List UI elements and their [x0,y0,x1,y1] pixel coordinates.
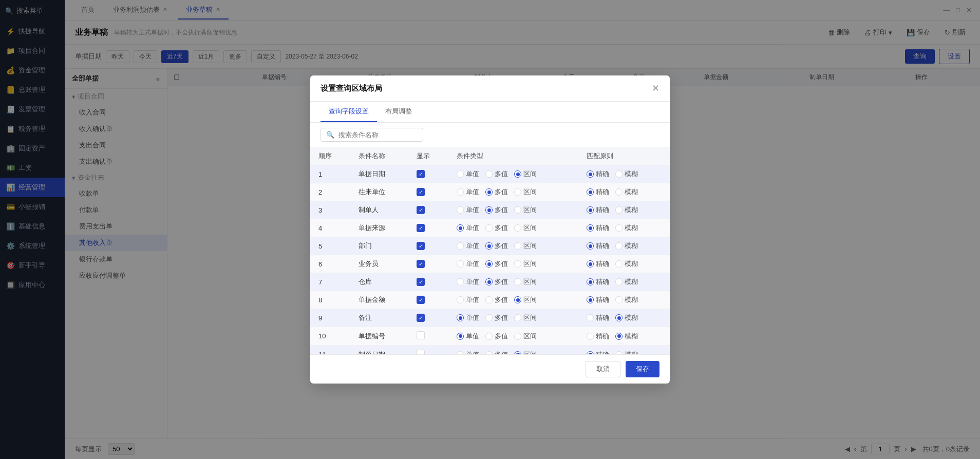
condition-radio-item[interactable]: 单值 [457,313,479,322]
modal-tab-fields[interactable]: 查询字段设置 [321,102,377,122]
search-condition-input[interactable] [338,131,418,139]
radio-circle [587,224,594,232]
condition-radio-item[interactable]: 多值 [485,313,508,322]
condition-radio-item[interactable]: 区间 [514,313,537,322]
row-order: 9 [310,309,350,327]
row-show-checkbox[interactable] [408,291,448,309]
match-radio-item[interactable]: 精确 [587,223,609,233]
condition-radio-item[interactable]: 单值 [457,277,479,286]
condition-radio-item[interactable]: 单值 [457,169,479,179]
condition-radio-item[interactable]: 多值 [485,350,508,355]
row-show-checkbox[interactable] [408,183,448,201]
match-radio-item[interactable]: 模糊 [615,332,638,341]
match-radio-item[interactable]: 精确 [587,205,609,215]
radio-circle [457,224,464,232]
row-show-checkbox[interactable] [408,165,448,183]
radio-circle [615,260,623,267]
condition-radio-item[interactable]: 区间 [514,187,537,197]
modal-close-button[interactable]: ✕ [652,83,659,94]
condition-radio-item[interactable]: 单值 [457,259,479,269]
match-radio-item[interactable]: 模糊 [615,295,638,304]
show-checkbox[interactable] [417,224,425,232]
match-radio-item[interactable]: 精确 [587,277,609,286]
modal-tab-layout[interactable]: 布局调整 [377,102,420,122]
match-radio-item[interactable]: 精确 [587,295,609,304]
condition-radio-item[interactable]: 多值 [485,169,508,179]
show-checkbox[interactable] [417,206,425,214]
row-show-checkbox[interactable] [408,273,448,291]
condition-radio-item[interactable]: 多值 [485,295,508,304]
th-show: 显示 [408,147,448,165]
match-radio-item[interactable]: 模糊 [615,241,638,251]
row-match-principle: 精确模糊 [578,165,670,183]
condition-radio-item[interactable]: 单值 [457,223,479,233]
modal-overlay: 设置查询区域布局 ✕ 查询字段设置 布局调整 🔍 顺序 [0,0,980,459]
row-condition-type: 单值多值区间 [448,273,578,291]
condition-radio-item[interactable]: 区间 [514,241,537,251]
condition-radio-item[interactable]: 单值 [457,295,479,304]
match-radio-item[interactable]: 精确 [587,259,609,269]
condition-radio-item[interactable]: 单值 [457,350,479,355]
match-radio-item[interactable]: 精确 [587,241,609,251]
match-radio-item[interactable]: 精确 [587,313,609,322]
radio-circle [485,314,493,321]
show-checkbox[interactable] [417,314,425,322]
row-condition-name: 备注 [350,309,408,327]
row-show-checkbox[interactable] [408,201,448,219]
match-radio-item[interactable]: 模糊 [615,187,638,197]
radio-circle [587,333,594,340]
condition-radio-item[interactable]: 区间 [514,277,537,286]
condition-radio-item[interactable]: 单值 [457,332,479,341]
condition-radio-item[interactable]: 多值 [485,187,508,197]
row-show-checkbox[interactable] [408,255,448,273]
condition-radio-item[interactable]: 区间 [514,223,537,233]
condition-radio-item[interactable]: 多值 [485,277,508,286]
show-checkbox[interactable] [417,188,425,196]
match-radio-item[interactable]: 模糊 [615,169,638,179]
match-radio-item[interactable]: 精确 [587,169,609,179]
show-checkbox[interactable] [417,331,425,339]
condition-radio-item[interactable]: 单值 [457,241,479,251]
condition-radio-item[interactable]: 单值 [457,205,479,215]
match-radio-item[interactable]: 模糊 [615,205,638,215]
row-show-checkbox[interactable] [408,309,448,327]
condition-radio-item[interactable]: 多值 [485,205,508,215]
show-checkbox[interactable] [417,350,425,354]
show-checkbox[interactable] [417,260,425,268]
match-radio-item[interactable]: 模糊 [615,277,638,286]
condition-radio-item[interactable]: 多值 [485,241,508,251]
match-radio-item[interactable]: 精确 [587,187,609,197]
condition-radio-item[interactable]: 区间 [514,259,537,269]
save-modal-button[interactable]: 保存 [626,361,659,377]
match-radio-item[interactable]: 模糊 [615,350,638,355]
radio-circle [587,296,594,303]
condition-radio-item[interactable]: 多值 [485,223,508,233]
radio-circle [514,260,521,267]
row-show-checkbox[interactable] [408,346,448,355]
condition-radio-item[interactable]: 多值 [485,332,508,341]
condition-radio-item[interactable]: 区间 [514,205,537,215]
row-show-checkbox[interactable] [408,327,448,346]
row-order: 7 [310,273,350,291]
condition-radio-item[interactable]: 单值 [457,187,479,197]
match-radio-item[interactable]: 模糊 [615,259,638,269]
condition-radio-item[interactable]: 区间 [514,295,537,304]
row-condition-type: 单值多值区间 [448,327,578,346]
row-condition-type: 单值多值区间 [448,165,578,183]
condition-radio-item[interactable]: 区间 [514,350,537,355]
condition-radio-item[interactable]: 区间 [514,332,537,341]
show-checkbox[interactable] [417,278,425,286]
show-checkbox[interactable] [417,242,425,250]
row-show-checkbox[interactable] [408,237,448,255]
show-checkbox[interactable] [417,296,425,304]
match-radio-item[interactable]: 模糊 [615,223,638,233]
condition-radio-item[interactable]: 区间 [514,169,537,179]
match-radio-item[interactable]: 精确 [587,332,609,341]
match-radio-item[interactable]: 精确 [587,350,609,355]
table-row: 3制单人单值多值区间精确模糊 [310,201,670,219]
match-radio-item[interactable]: 模糊 [615,313,638,322]
row-show-checkbox[interactable] [408,219,448,237]
show-checkbox[interactable] [417,170,425,178]
cancel-button[interactable]: 取消 [586,361,620,377]
condition-radio-item[interactable]: 多值 [485,259,508,269]
